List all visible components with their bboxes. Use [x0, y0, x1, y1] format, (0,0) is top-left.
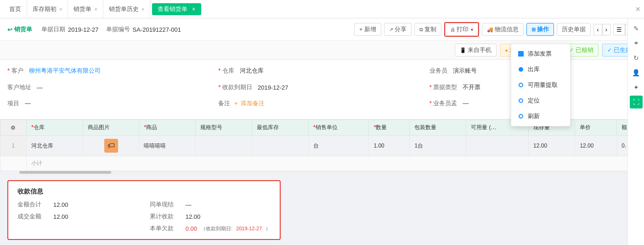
col-spec: 规格型号: [196, 120, 252, 136]
doc-title: ↩ 销货单: [7, 25, 32, 34]
from-phone-button[interactable]: 📱 来自手机: [455, 44, 497, 57]
new-button[interactable]: + 新增: [354, 23, 381, 36]
cell-warehouse: 河北仓库: [26, 136, 83, 156]
close-all-icon[interactable]: ×: [635, 4, 640, 14]
tab-sales-history[interactable]: 销货单历史 ×: [103, 0, 150, 18]
add-invoice-item[interactable]: 添加发票: [511, 46, 570, 62]
cell-product: 嘻嘻嘻嘻: [139, 136, 196, 156]
tab-sales[interactable]: 销货单 ×: [68, 0, 103, 18]
cell-spec: [196, 136, 252, 156]
salesperson-label: 业务员孟: [429, 99, 458, 108]
address-field: 客户地址 —: [7, 83, 215, 92]
col-pack-qty: 包装数量: [410, 120, 466, 136]
arrears-date: 2019-12-27: [236, 226, 262, 231]
scrollbar[interactable]: [19, 171, 644, 174]
col-sales-unit: *销售单位: [308, 120, 369, 136]
subtotal-row: 小计: [0, 156, 644, 171]
next-button[interactable]: ›: [602, 24, 610, 35]
warehouse-label: 仓库: [218, 67, 234, 75]
circle-outline-icon: [518, 82, 524, 88]
doc-meta: 单据日期 2019-12-27 单据编号 SA-20191227-001: [41, 25, 354, 34]
subtotal-gear: [0, 156, 27, 171]
customer-label: 客户: [7, 67, 23, 75]
action-bar: + 新增 ↗ 分享 ⧉ 复制 🖨 打印 ▾ 🚚 物流信息: [354, 22, 637, 37]
subtotal-label: 小计: [26, 156, 644, 171]
list-view-button[interactable]: ☰: [613, 24, 625, 35]
star-sidebar-icon[interactable]: ✦: [630, 81, 643, 94]
share-button[interactable]: ↗ 分享: [384, 23, 412, 36]
close-icon[interactable]: ×: [192, 6, 196, 12]
payment-section: 收款信息 金额合计 12.00 同单现结 — 成交金额 12.00 累计收款 1…: [0, 174, 644, 245]
col-product-image: 商品图片: [83, 120, 139, 136]
close-icon[interactable]: ×: [141, 6, 144, 12]
close-icon[interactable]: ×: [59, 6, 62, 12]
expand-sidebar-icon[interactable]: ⛶: [630, 96, 643, 108]
history-button[interactable]: 历史单据: [557, 23, 591, 36]
print-button-highlighted: 🖨 打印 ▾: [444, 22, 479, 37]
project-field: 项目 —: [7, 98, 215, 108]
note-label: 备注: [218, 99, 230, 108]
table-row: 1 河北仓库 🏷 嘻嘻嘻嘻 台 1.00 1台 12.00 12.00 0.: [0, 136, 644, 156]
doc-number-field: 单据编号 SA-20191227-001: [106, 25, 181, 34]
col-warehouse: *仓库: [26, 120, 83, 136]
refresh-icon: [518, 113, 524, 120]
products-table-container: ⚙ *仓库 商品图片 *商品 规格型号 最低库存 *销售单位 *数量: [0, 119, 644, 171]
row-number: 1: [0, 136, 27, 156]
tab-view-sales[interactable]: 查看销货单 ×: [152, 3, 201, 15]
payment-grid: 金额合计 12.00 同单现结 — 成交金额 12.00 累计收款 12.00: [17, 200, 271, 233]
arrears-row: 本单欠款 0.00 （收款到期日: 2019-12-27 ）: [150, 224, 271, 233]
payment-date-label: 收款到期日: [218, 83, 252, 91]
print-button[interactable]: 🖨 打印 ▾: [445, 23, 478, 36]
cell-min-stock: [252, 136, 308, 156]
address-value: —: [34, 83, 80, 92]
prev-button[interactable]: ‹: [593, 24, 602, 35]
refresh-item[interactable]: 刷新: [511, 108, 570, 124]
cumulative-row: 累计收款 12.00: [150, 212, 271, 221]
col-quantity: *数量: [369, 120, 410, 136]
tab-inventory[interactable]: 库存期初 ×: [27, 0, 68, 18]
products-table: ⚙ *仓库 商品图片 *商品 规格型号 最低库存 *销售单位 *数量: [0, 120, 644, 171]
tab-home[interactable]: 首页: [4, 0, 27, 18]
outbound-item[interactable]: 出库: [511, 62, 570, 77]
ticket-type-value: 不开票: [460, 82, 506, 93]
cell-unit-price: 12.00: [575, 136, 617, 156]
scrollbar-thumb: [19, 171, 111, 174]
sales-order-icon: ↩: [7, 26, 12, 33]
logistics-button[interactable]: 🚚 物流信息: [482, 23, 524, 36]
warehouse-value: 河北仓库: [237, 65, 283, 76]
refresh-sidebar-icon[interactable]: ↻: [630, 51, 643, 64]
copy-button[interactable]: ⧉ 复制: [414, 23, 441, 36]
operations-button[interactable]: ⊞ 操作: [526, 23, 554, 36]
available-qty-item[interactable]: 可用量提取: [511, 77, 570, 93]
person-sidebar-icon[interactable]: 👤: [630, 66, 643, 79]
payment-info-box: 收款信息 金额合计 12.00 同单现结 — 成交金额 12.00 累计收款 1…: [7, 180, 281, 240]
col-min-stock: 最低库存: [252, 120, 308, 136]
cell-sales-unit: 台: [308, 136, 369, 156]
staff-label: 业务员: [429, 67, 447, 75]
project-label: 项目: [7, 99, 19, 108]
address-label: 客户地址: [7, 83, 31, 91]
cell-available: [466, 136, 529, 156]
salesperson-value: —: [460, 98, 506, 108]
cell-current-stock: 12.00: [529, 136, 575, 156]
payment-title: 收款信息: [17, 188, 271, 196]
add-note-button[interactable]: ＋ 添加备注: [233, 99, 265, 108]
locate-item[interactable]: 定位: [511, 93, 570, 108]
total-row: 金额合计 12.00: [17, 200, 139, 209]
payment-date-value: 2019-12-27: [255, 83, 301, 92]
link-sidebar-icon[interactable]: ⚭: [630, 37, 643, 50]
circle-icon: [518, 66, 524, 73]
square-icon: [518, 51, 524, 57]
doc-header: ↩ 销货单 单据日期 2019-12-27 单据编号 SA-20191227-0…: [0, 18, 644, 41]
tab-bar: 首页 库存期初 × 销货单 × 销货单历史 × 查看销货单 × ×: [0, 0, 644, 18]
same-order-row: 同单现结 —: [150, 200, 271, 209]
close-icon[interactable]: ×: [94, 6, 97, 12]
customer-field: 客户 柳州粤港平安气体有限公司: [7, 65, 215, 76]
right-sidebar: ✎ ⚭ ↻ 👤 ✦ ⛶: [627, 18, 644, 245]
ticket-type-label: 票据类型: [429, 83, 458, 91]
doc-date-field: 单据日期 2019-12-27: [41, 25, 99, 34]
edit-sidebar-icon[interactable]: ✎: [630, 22, 643, 35]
locate-icon: [518, 97, 524, 104]
arrears-close: ）: [266, 225, 271, 232]
customer-value[interactable]: 柳州粤港平安气体有限公司: [26, 65, 103, 76]
